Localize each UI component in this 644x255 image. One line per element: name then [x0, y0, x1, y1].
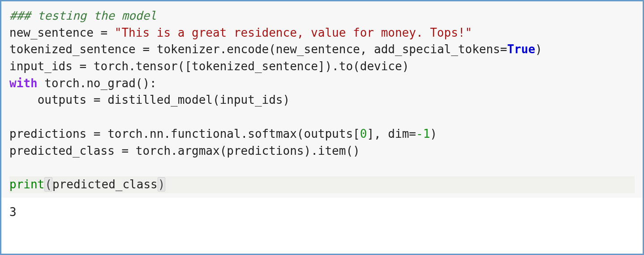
number: 0 [360, 127, 367, 140]
arg: device [360, 60, 402, 73]
arg: predictions [227, 144, 304, 157]
comment: ### testing the model [9, 9, 157, 22]
operator: = [73, 60, 94, 73]
identifier: functional [171, 127, 241, 140]
paren-close: ) [325, 60, 332, 73]
method: item [318, 144, 346, 157]
operator: = [86, 93, 107, 106]
arg: predicted_class [52, 178, 158, 191]
kwarg: add_special_tokens [374, 42, 500, 56]
code-line: predicted_class = torch.argmax(predictio… [9, 143, 635, 160]
dot: . [220, 42, 227, 56]
operator: = [136, 42, 157, 56]
dot: . [129, 60, 136, 73]
code-line-active: print(predicted_class) [9, 176, 635, 193]
identifier: input_ids [9, 60, 73, 73]
comma: , [360, 42, 374, 56]
dot: . [142, 127, 150, 140]
indent [9, 93, 38, 106]
method: no_grad [86, 76, 136, 90]
operator: = [409, 127, 416, 140]
paren-open: ( [220, 144, 227, 157]
paren-open: ( [178, 60, 185, 73]
paren-open-highlight: ( [44, 177, 52, 191]
identifier: tokenizer [157, 42, 220, 56]
arg: new_sentence [276, 42, 360, 56]
method: tensor [136, 60, 178, 73]
identifier: new_sentence [9, 26, 94, 39]
identifier: torch [44, 76, 79, 90]
code-line: new_sentence = "This is a great residenc… [9, 25, 635, 42]
arg: tokenized_sentence [192, 60, 318, 73]
method: softmax [248, 127, 297, 140]
blank [9, 110, 17, 123]
paren-close: ) [535, 42, 542, 56]
kwarg: dim [388, 127, 409, 140]
keyword-with: with [9, 76, 38, 90]
paren-close: ) [142, 76, 150, 90]
dot: . [241, 127, 248, 140]
code-line: predictions = torch.nn.functional.softma… [9, 126, 635, 143]
kw-value: True [507, 42, 535, 56]
dot: . [332, 60, 339, 73]
bracket-open: [ [185, 60, 192, 73]
code-line-blank [9, 159, 635, 176]
paren-close-highlight: ) [158, 177, 166, 191]
dot: . [311, 144, 318, 157]
code-line: ### testing the model [9, 8, 635, 25]
identifier: predicted_class [9, 144, 115, 157]
output-area: 3 [1, 198, 643, 227]
bracket-open: [ [353, 127, 360, 140]
number: -1 [416, 127, 430, 140]
dot: . [80, 76, 87, 90]
identifier: tokenized_sentence [9, 42, 136, 56]
code-line: outputs = distilled_model(input_ids) [9, 92, 635, 109]
identifier: nn [150, 127, 163, 140]
builtin: print [9, 178, 44, 191]
paren-open: ( [353, 60, 360, 73]
colon: : [150, 76, 157, 90]
operator: = [94, 26, 115, 39]
code-line: input_ids = torch.tensor([tokenized_sent… [9, 58, 635, 75]
operator: = [115, 144, 136, 157]
identifier: distilled_model [107, 93, 213, 106]
identifier: predictions [9, 127, 86, 140]
code-line: with torch.no_grad(): [9, 75, 635, 92]
notebook-cell: ### testing the modelnew_sentence = "Thi… [0, 0, 644, 255]
string-literal: "This is a great residence, value for mo… [115, 26, 472, 39]
code-line-blank [9, 109, 635, 126]
paren-close: ) [353, 144, 360, 157]
blank [9, 161, 17, 174]
paren-open: ( [346, 144, 353, 157]
paren-open: ( [269, 42, 276, 56]
bracket-close: ] [367, 127, 374, 140]
paren-open: ( [213, 93, 220, 106]
identifier: outputs [38, 93, 87, 106]
paren-open: ( [136, 76, 143, 90]
code-input-area[interactable]: ### testing the modelnew_sentence = "Thi… [1, 1, 643, 198]
paren-close: ) [402, 60, 409, 73]
output-value: 3 [9, 205, 17, 219]
bracket-close: ] [318, 60, 325, 73]
paren-open: ( [297, 127, 304, 140]
identifier: torch [136, 144, 171, 157]
paren-close: ) [283, 93, 290, 106]
identifier: torch [107, 127, 142, 140]
operator: = [86, 127, 107, 140]
code-line: tokenized_sentence = tokenizer.encode(ne… [9, 41, 635, 58]
paren-close: ) [304, 144, 311, 157]
method: to [339, 60, 353, 73]
arg: outputs [304, 127, 353, 140]
comma: , [374, 127, 388, 140]
space [38, 76, 45, 90]
paren-close: ) [430, 127, 437, 140]
method: encode [227, 42, 269, 56]
method: argmax [178, 144, 220, 157]
operator: = [500, 42, 507, 56]
dot: . [163, 127, 171, 140]
dot: . [171, 144, 178, 157]
identifier: torch [94, 60, 129, 73]
arg: input_ids [220, 93, 283, 106]
